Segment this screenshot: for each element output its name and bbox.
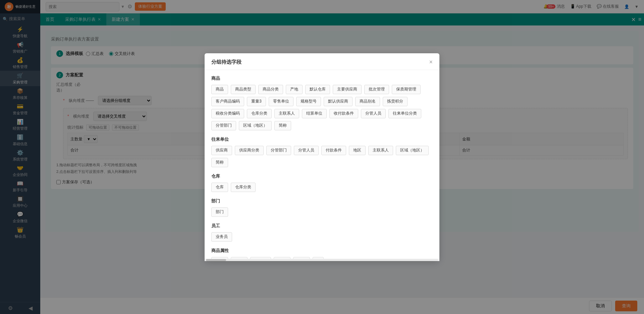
field-chips-partner: 供应商 供应商分类 分管部门 分管人员 付款条件 地区 主联系人 区域（地区） …: [211, 146, 433, 167]
field-group-product: 商品 商品 商品类型 商品分类 产地 默认仓库 主要供应商 批次管理 保质期管理…: [211, 75, 433, 130]
chip-product-分管部门[interactable]: 分管部门: [211, 121, 236, 130]
field-group-warehouse: 仓库 仓库 仓库分类: [211, 173, 433, 192]
modal-close-button[interactable]: ×: [429, 59, 433, 66]
chip-product-收付款条件[interactable]: 收付款条件: [329, 109, 358, 118]
chip-partner-供应商分类[interactable]: 供应商分类: [235, 146, 264, 155]
field-chips-employee: 业务员: [211, 232, 433, 242]
field-group-product-attr-title: 商品属性: [211, 248, 433, 254]
chip-product-结算单位[interactable]: 结算单位: [302, 109, 327, 118]
field-chips-department: 部门: [211, 207, 433, 217]
chip-partner-地区[interactable]: 地区: [349, 146, 366, 155]
chip-partner-分管人员[interactable]: 分管人员: [294, 146, 319, 155]
modal-overlay: 分组待选字段 × 商品 商品 商品类型 商品分类 产地 默认仓库 主要供应商 批…: [0, 0, 644, 314]
field-chips-warehouse: 仓库 仓库分类: [211, 183, 433, 192]
field-group-partner-title: 往来单位: [211, 136, 433, 142]
chip-product-商品别名[interactable]: 商品别名: [355, 97, 380, 106]
modal: 分组待选字段 × 商品 商品 商品类型 商品分类 产地 默认仓库 主要供应商 批…: [205, 53, 439, 261]
chip-partner-区域地区[interactable]: 区域（地区）: [396, 146, 429, 155]
chip-partner-付款条件[interactable]: 付款条件: [321, 146, 346, 155]
chip-product-默认仓库[interactable]: 默认仓库: [305, 85, 330, 94]
chip-product-主要供应商[interactable]: 主要供应商: [333, 85, 362, 94]
chip-warehouse-仓库分类[interactable]: 仓库分类: [231, 183, 256, 192]
chip-partner-简称[interactable]: 简称: [211, 158, 228, 167]
chip-product-默认供应商[interactable]: 默认供应商: [324, 97, 353, 106]
chip-product-商品分类[interactable]: 商品分类: [258, 85, 283, 94]
chip-product-税收分类编码[interactable]: 税收分类编码: [211, 109, 244, 118]
chip-warehouse-仓库[interactable]: 仓库: [211, 183, 228, 192]
chip-product-产地[interactable]: 产地: [286, 85, 303, 94]
field-group-department: 部门 部门: [211, 198, 433, 217]
modal-title: 分组待选字段: [211, 59, 241, 65]
chip-product-客户商品编码[interactable]: 客户商品编码: [211, 97, 244, 106]
field-chips-product: 商品 商品类型 商品分类 产地 默认仓库 主要供应商 批次管理 保质期管理 客户…: [211, 85, 433, 130]
field-group-warehouse-title: 仓库: [211, 173, 433, 179]
chip-product-商品类型[interactable]: 商品类型: [231, 85, 256, 94]
chip-department-部门[interactable]: 部门: [211, 207, 228, 217]
chip-product-仓库分类[interactable]: 仓库分类: [247, 109, 272, 118]
chip-product-保质期管理[interactable]: 保质期管理: [392, 85, 421, 94]
field-group-employee-title: 员工: [211, 223, 433, 229]
field-group-product-attr: 商品属性 属性 颜色 多规格 尺码 鞋码 1: [211, 248, 433, 259]
chip-product-区域地区[interactable]: 区域（地区）: [239, 121, 272, 130]
chip-product-商品[interactable]: 商品: [211, 85, 228, 94]
chip-product-批次管理[interactable]: 批次管理: [364, 85, 389, 94]
field-group-department-title: 部门: [211, 198, 433, 204]
chip-partner-供应商[interactable]: 供应商: [211, 146, 232, 155]
field-group-partner: 往来单位 供应商 供应商分类 分管部门 分管人员 付款条件 地区 主联系人 区域…: [211, 136, 433, 167]
chip-product-拣货积分[interactable]: 拣货积分: [383, 97, 408, 106]
field-group-employee: 员工 业务员: [211, 223, 433, 242]
field-group-product-title: 商品: [211, 75, 433, 81]
chip-product-规格型号[interactable]: 规格型号: [296, 97, 321, 106]
modal-body: 商品 商品 商品类型 商品分类 产地 默认仓库 主要供应商 批次管理 保质期管理…: [205, 70, 439, 259]
modal-hscroll-thumb[interactable]: [206, 259, 226, 261]
chip-product-分管人员[interactable]: 分管人员: [361, 109, 386, 118]
chip-partner-主联系人[interactable]: 主联系人: [368, 146, 393, 155]
chip-product-重量3[interactable]: 重量3: [247, 97, 266, 106]
modal-hscroll[interactable]: [205, 259, 439, 261]
chip-product-主联系人[interactable]: 主联系人: [274, 109, 299, 118]
modal-hscroll-track: [206, 259, 438, 261]
chip-product-零售单位[interactable]: 零售单位: [269, 97, 293, 106]
chip-product-往来单位分类[interactable]: 往来单位分类: [388, 109, 421, 118]
chip-partner-分管部门[interactable]: 分管部门: [266, 146, 291, 155]
modal-header: 分组待选字段 ×: [205, 53, 439, 70]
chip-product-简称[interactable]: 简称: [274, 121, 291, 130]
chip-employee-业务员[interactable]: 业务员: [211, 232, 232, 242]
